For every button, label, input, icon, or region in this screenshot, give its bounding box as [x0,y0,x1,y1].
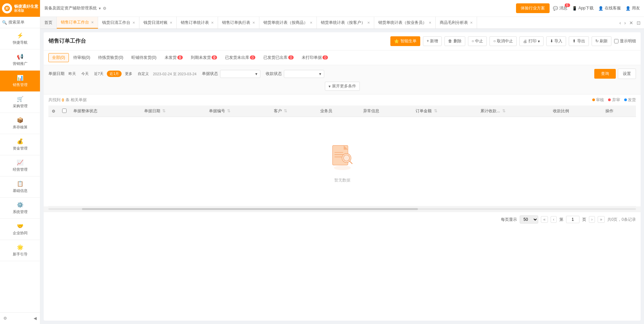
col-customer[interactable]: 客户 ⇅ [270,106,317,117]
tab-gross-profit-close[interactable]: ✕ [470,21,473,25]
tab-home[interactable]: 首页 [40,17,57,29]
sidebar-item-sales[interactable]: 📊 销售管理 [0,71,40,92]
message-btn[interactable]: 💬 消息 6 [553,5,567,11]
tab-cash-reconcile-close[interactable]: ✕ [170,21,172,25]
refresh-btn[interactable]: ↻ 刷新 [592,36,611,46]
delete-btn[interactable]: 🗑 删除 [444,36,465,46]
sub-tab-not-printed[interactable]: 未打印单据0 [298,53,332,62]
quick-nav-label: 快捷导航 [13,40,28,45]
cancel-suspend-btn[interactable]: ○ 取消中止 [489,36,517,46]
sub-tab-shipped-not-out[interactable]: 已发货未出库0 [221,53,259,62]
sidebar-item-finance[interactable]: 💰 资金管理 [0,134,40,155]
show-detail-input[interactable] [614,39,618,43]
sidebar-item-inventory[interactable]: 📦 库存核算 [0,113,40,134]
sidebar-item-basic-info[interactable]: 📋 基础信息 [0,176,40,198]
col-number[interactable]: 单据编号 ⇅ [206,106,270,117]
col-date[interactable]: 单据日期 ⇅ [141,106,206,117]
status-select[interactable]: ▾ [220,70,260,78]
sub-tab-pending-review[interactable]: 待审核(0) [70,53,94,62]
horizontal-scrollbar[interactable] [44,206,641,212]
topbar-settings-icon[interactable]: ⚙ [103,6,106,11]
page-size-select[interactable]: 50 10 20 100 [520,215,538,224]
date-custom[interactable]: 自定义 [136,71,151,77]
tab-sales-stats-customer-close[interactable]: ✕ [367,21,370,25]
sub-tab-not-shipped[interactable]: 未发货0 [161,53,186,62]
tab-sales-order-stats-close[interactable]: ✕ [211,21,214,25]
select-all-checkbox[interactable] [62,109,67,113]
query-btn[interactable]: 查询 [594,69,616,79]
tab-sales-order-workbench[interactable]: 销售订单工作台 ✕ [57,17,98,29]
suspend-btn[interactable]: ○ 中止 [468,36,487,46]
expand-filter-btn[interactable]: ▾ 展开更多条件 [325,82,360,91]
payment-select-arrow: ▾ [319,72,321,76]
search-menu[interactable]: 🔍 搜索菜单 [0,17,40,28]
tab-cash-daily[interactable]: 钱货日清工作台 ✕ [98,17,139,29]
sub-tab-shipped-out[interactable]: 已发货已出库0 [260,53,297,62]
tab-cash-daily-close[interactable]: ✕ [132,21,135,25]
col-settings[interactable]: ⚙ [48,106,59,117]
date-today[interactable]: 今天 [79,71,91,77]
sales-label: 销售管理 [13,82,28,87]
solution-btn[interactable]: 体验行业方案 [516,3,550,13]
col-exception[interactable]: 异常信息 [360,106,412,117]
col-collected[interactable]: 累计收款... ⇅ [477,106,550,117]
sub-tab-pending-check[interactable]: 待拣货验货(0) [94,53,127,62]
sidebar-item-quick-nav[interactable]: ⚡ 快捷导航 [0,28,40,49]
first-page-btn[interactable]: « [541,216,548,223]
smart-create-btn[interactable]: ⭐ 智能生单 [390,36,420,46]
tab-sales-order-exec-close[interactable]: ✕ [252,21,255,25]
tab-next-btn[interactable]: › [623,19,627,26]
sidebar-item-purchase[interactable]: 🛒 采购管理 [0,92,40,113]
date-7days[interactable]: 近7天 [92,71,105,77]
tab-sales-workbench-close[interactable]: ✕ [91,21,94,24]
tab-expand-btn[interactable]: ⊡ [635,19,642,26]
filter-setting-btn[interactable]: 设置 [618,69,636,79]
tab-sales-stats-staff-close[interactable]: ✕ [429,21,431,25]
col-status[interactable]: 单据整体状态 [70,106,141,117]
sidebar-item-operation[interactable]: 📈 经营管理 [0,155,40,176]
tab-sales-order-exec[interactable]: 销售订单执行表 ✕ [218,17,259,29]
show-detail-checkbox[interactable]: 显示明细 [614,38,636,44]
sidebar-item-cooperation[interactable]: 🤝 企业协同 [0,219,40,240]
sub-tab-overdue[interactable]: 到期未发货0 [187,53,221,62]
import-btn[interactable]: ⬇ 导入 [546,36,566,46]
sidebar-item-guide[interactable]: 🌟 新手引导 [0,240,40,261]
export-btn[interactable]: ⬆ 导出 [569,36,589,46]
sidebar-item-marketing[interactable]: 📢 营销推广 [0,49,40,71]
next-page-btn[interactable]: › [589,216,595,223]
legend-cancel: 弃审 [608,97,620,103]
payment-select[interactable]: ▾ [284,70,324,78]
tab-gross-profit[interactable]: 商品毛利分析表 ✕ [436,17,477,29]
collapse-icon[interactable]: ◀ [34,316,37,321]
tab-cash-reconcile[interactable]: 钱货日清对账 ✕ [139,17,177,29]
tab-prev-btn[interactable]: ‹ [618,19,622,26]
tab-sales-order-stats[interactable]: 销售订单统计表 ✕ [177,17,218,29]
online-service-btn[interactable]: 👤 在线客服 [598,5,621,11]
settings-icon[interactable]: ⚙ [3,316,7,321]
date-1month[interactable]: 近1月 [107,71,122,77]
sidebar-item-system[interactable]: ⚙️ 系统管理 [0,198,40,219]
tab-sales-stats-product-close[interactable]: ✕ [310,21,312,25]
col-staff[interactable]: 业务员 [317,106,360,117]
last-page-btn[interactable]: » [598,216,605,223]
scroll-thumb[interactable] [82,208,418,210]
prev-page-btn[interactable]: ‹ [551,216,557,223]
col-amount[interactable]: 订单金额 ⇅ [412,106,477,117]
tab-sales-stats-customer[interactable]: 销货单统计表（按客户） ✕ [317,17,374,29]
date-more[interactable]: 更多 [123,71,134,77]
sub-tab-wangpu[interactable]: 旺铺待发货(0) [128,53,160,62]
tab-sales-stats-product[interactable]: 销货单统计表（按商品） ✕ [259,17,317,29]
user-btn[interactable]: 👤 用友 [626,5,640,11]
add-btn[interactable]: + 新增 [423,36,442,46]
print-btn[interactable]: 🖨 打印 ▾ [519,36,544,46]
date-yesterday[interactable]: 昨天 [67,71,78,77]
sub-tab-all[interactable]: 全部(0) [48,53,69,62]
tab-close-all-btn[interactable]: ✕ [628,19,635,26]
content-area: 销售订单工作台 ⭐ 智能生单 + 新增 🗑 删除 ○ 中止 ○ 取消中止 🖨 打… [40,29,644,324]
app-download-btn[interactable]: 📱 App下载 [572,5,594,11]
system-dropdown-icon[interactable]: ▾ [99,6,101,11]
tab-sales-stats-staff[interactable]: 销货单统计表（按业务员） ✕ [374,17,436,29]
page-input[interactable] [566,216,579,223]
filter-area: 单据日期 昨天 今天 近7天 近1月 更多 自定义 2023-02-24 至 2… [44,65,641,94]
payment-filter: 收款状态 ▾ [266,70,324,78]
